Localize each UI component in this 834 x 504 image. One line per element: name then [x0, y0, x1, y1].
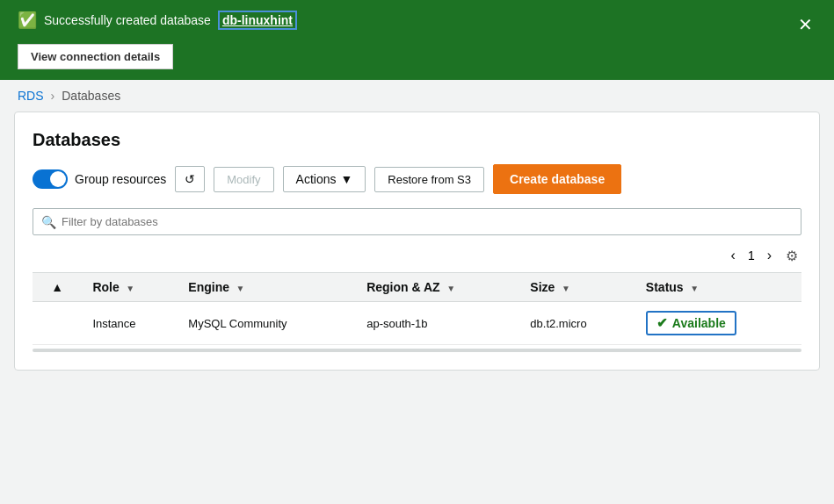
page-title: Databases: [33, 130, 801, 150]
db-name-link[interactable]: db-linuxhint: [218, 11, 297, 30]
table-settings-icon[interactable]: ⚙: [786, 248, 798, 264]
breadcrumb-current: Databases: [62, 89, 120, 103]
group-resources-toggle[interactable]: [33, 169, 68, 189]
scroll-hint: [33, 349, 801, 352]
region-sort-icon: ▼: [446, 284, 455, 293]
col-indicator: ▲: [33, 273, 82, 302]
toolbar: Group resources ↺ Modify Actions ▼ Resto…: [33, 164, 801, 194]
search-container: 🔍: [33, 208, 801, 235]
pagination-prev-button[interactable]: ‹: [726, 246, 741, 265]
engine-sort-icon: ▼: [236, 284, 245, 293]
actions-button[interactable]: Actions ▼: [283, 166, 366, 192]
pagination-bar: ‹ 1 › ⚙: [33, 246, 801, 265]
status-badge: ✔ Available: [646, 311, 736, 335]
refresh-button[interactable]: ↺: [175, 166, 205, 192]
cell-role: Instance: [82, 302, 178, 345]
actions-dropdown-icon: ▼: [341, 172, 353, 186]
actions-label: Actions: [296, 172, 337, 186]
cell-indicator: [33, 302, 82, 345]
col-region-az[interactable]: Region & AZ ▼: [356, 273, 519, 302]
cell-engine: MySQL Community: [178, 302, 356, 345]
restore-from-s3-button[interactable]: Restore from S3: [374, 167, 484, 192]
group-resources-label: Group resources: [75, 172, 166, 186]
role-sort-icon: ▼: [126, 284, 134, 293]
status-sort-icon: ▼: [690, 284, 699, 293]
pagination-page-number: 1: [748, 248, 755, 263]
databases-table: ▲ Role ▼ Engine ▼ Region & AZ ▼ Size ▼: [33, 272, 801, 345]
status-label: Available: [672, 316, 726, 330]
check-circle-icon: ✅: [18, 11, 37, 30]
create-database-button[interactable]: Create database: [493, 164, 621, 194]
col-role[interactable]: Role ▼: [82, 273, 178, 302]
pagination-next-button[interactable]: ›: [762, 246, 777, 265]
search-icon: 🔍: [41, 215, 56, 229]
status-check-icon: ✔: [656, 315, 668, 331]
col-status[interactable]: Status ▼: [635, 273, 801, 302]
banner-message-prefix: Successfully created database: [44, 13, 211, 27]
breadcrumb-rds-link[interactable]: RDS: [18, 89, 44, 103]
cell-region-az: ap-south-1b: [356, 302, 519, 345]
databases-panel: Databases Group resources ↺ Modify Actio…: [14, 112, 820, 371]
search-input[interactable]: [33, 208, 801, 235]
banner-title: ✅ Successfully created database db-linux…: [18, 11, 297, 30]
breadcrumb-separator: ›: [51, 89, 55, 103]
success-banner: ✅ Successfully created database db-linux…: [0, 0, 834, 80]
breadcrumb: RDS › Databases: [0, 80, 834, 112]
pagination-nav: ‹ 1 ›: [726, 246, 777, 265]
close-banner-button[interactable]: ✕: [794, 11, 816, 39]
col-engine[interactable]: Engine ▼: [178, 273, 356, 302]
modify-button[interactable]: Modify: [214, 167, 273, 192]
table-header-row: ▲ Role ▼ Engine ▼ Region & AZ ▼ Size ▼: [33, 273, 801, 302]
size-sort-icon: ▼: [562, 284, 570, 293]
col-size[interactable]: Size ▼: [519, 273, 635, 302]
cell-size: db.t2.micro: [519, 302, 635, 345]
group-resources-toggle-group: Group resources: [33, 169, 166, 189]
refresh-icon: ↺: [185, 172, 195, 186]
banner-content: ✅ Successfully created database db-linux…: [18, 11, 297, 69]
cell-status: ✔ Available: [635, 302, 801, 345]
view-connection-button[interactable]: View connection details: [18, 44, 173, 69]
table-row[interactable]: Instance MySQL Community ap-south-1b db.…: [33, 302, 801, 345]
